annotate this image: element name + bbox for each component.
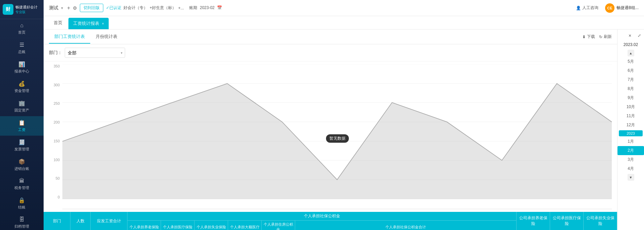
sidebar-nav: ⌂ 首页 ☰ 总账 📊 报表中心 💰 资金管理 🏢 固定资产 📋 工资 🧾 发票…	[0, 19, 44, 230]
sidebar-label-funds: 资金管理	[14, 88, 29, 93]
subtab-dept[interactable]: 部门工资统计表	[49, 30, 90, 44]
month-5[interactable]: 5月	[618, 57, 644, 66]
sidebar-item-salary[interactable]: 📋 工资	[0, 116, 44, 136]
subtab-month[interactable]: 月份统计表	[90, 30, 123, 44]
invoice-icon: 🧾	[18, 139, 25, 145]
app-name: 畅捷通好会计	[15, 5, 38, 9]
subtabs: 部门工资统计表 月份统计表	[49, 30, 123, 44]
tab-home[interactable]: 首页	[49, 17, 67, 29]
th-total-personal: 个人承担社保公积金合计	[295, 221, 517, 230]
sidebar-item-close[interactable]: 🔒 结账	[0, 194, 44, 213]
y-label-350: 350	[54, 64, 60, 68]
main-area: 测试 ▾ + ⚙ 切到旧版 ✓已认证 好会计（专） +好生意（标） +... 账…	[44, 0, 644, 230]
chart-y-axis: 350 300 250 200 150 100 50 0	[49, 64, 62, 199]
tab-salary-report[interactable]: 工资统计报表 ×	[68, 18, 109, 29]
sales-icon: 📦	[18, 158, 25, 165]
content-main: 部门工资统计表 月份统计表 ⬇ 下载 ↻ 刷新 部门：	[44, 30, 617, 230]
right-panel-top-buttons: × ⤢	[618, 31, 644, 40]
month-4[interactable]: 4月	[618, 164, 644, 173]
month-8[interactable]: 8月	[618, 84, 644, 93]
th-group-personal: 个人承担社保公积金 个人承担养老保险 个人承担医疗保险 个人承担失业保险 个人承…	[127, 212, 517, 230]
sidebar-label-archive: 归档管理	[14, 224, 29, 229]
sidebar-item-funds[interactable]: 💰 资金管理	[0, 77, 44, 97]
y-label-0: 0	[58, 195, 60, 199]
sidebar-item-ledger[interactable]: ☰ 总账	[0, 38, 44, 58]
sidebar-label-assets: 固定资产	[14, 108, 29, 113]
funds-icon: 💰	[18, 81, 25, 87]
support-button[interactable]: 👤 人工咨询	[576, 5, 598, 11]
download-icon: ⬇	[582, 35, 586, 39]
th-salary-total: 应发工资合计	[91, 212, 127, 230]
user-menu[interactable]: CE 畅捷通B组...	[605, 3, 639, 13]
filterbar: 部门： 全部 财务部 销售部 技术部 行政部 ▾	[44, 44, 617, 61]
sidebar-item-sales[interactable]: 📦 进销台账	[0, 155, 44, 175]
month-2-active[interactable]: 2月	[618, 146, 644, 155]
support-icon: 👤	[576, 6, 581, 10]
dept-filter-label: 部门：	[49, 50, 62, 56]
dept-filter-select[interactable]: 全部 财务部 销售部 技术部 行政部	[65, 48, 125, 58]
th-group-personal-children: 个人承担养老保险 个人承担医疗保险 个人承担失业保险 个人承担大额医疗 个人承担…	[127, 221, 517, 230]
th-unemployment-personal: 个人承担失业保险	[195, 221, 228, 230]
sidebar-item-invoice[interactable]: 🧾 发票管理	[0, 136, 44, 155]
y-label-100: 100	[54, 158, 60, 162]
tax-icon: 🏛	[19, 178, 24, 184]
add-project-icon[interactable]: +	[67, 5, 70, 11]
month-10[interactable]: 10月	[618, 102, 644, 111]
refresh-label: 刷新	[604, 34, 612, 40]
right-panel-close-icon[interactable]: ×	[627, 32, 633, 39]
th-medical-company: 公司承担医疗保险	[550, 212, 584, 230]
month-6[interactable]: 6月	[618, 66, 644, 75]
month-9[interactable]: 9月	[618, 93, 644, 102]
sidebar-item-assets[interactable]: 🏢 固定资产	[0, 97, 44, 116]
right-panel-date: 2023.02	[622, 40, 639, 49]
chart-container: 350 300 250 200 150 100 50 0	[49, 64, 612, 209]
sidebar-item-reports[interactable]: 📊 报表中心	[0, 58, 44, 77]
more-status: +...	[178, 6, 184, 10]
sidebar-label-sales: 进销台账	[14, 166, 29, 171]
chart-area: 350 300 250 200 150 100 50 0	[44, 61, 617, 212]
assets-icon: 🏢	[18, 100, 25, 106]
topbar: 测试 ▾ + ⚙ 切到旧版 ✓已认证 好会计（专） +好生意（标） +... 账…	[44, 0, 644, 16]
avatar: CE	[605, 3, 614, 13]
month-12[interactable]: 12月	[618, 121, 644, 130]
subtabbar: 部门工资统计表 月份统计表 ⬇ 下载 ↻ 刷新	[44, 30, 617, 44]
sidebar-item-home[interactable]: ⌂ 首页	[0, 19, 44, 38]
sidebar-label-invoice: 发票管理	[14, 147, 29, 152]
y-label-150: 150	[54, 139, 60, 143]
chart-svg-wrapper: 暂无数据	[62, 64, 612, 199]
right-panel-up-nav[interactable]: ▲	[628, 50, 634, 56]
archive-icon: 🗄	[19, 217, 24, 223]
sidebar-label-salary: 工资	[18, 127, 25, 132]
home-icon: ⌂	[20, 22, 23, 29]
year-2023: 2023	[619, 130, 643, 136]
good-accounting-status: 好会计（专）	[123, 5, 148, 11]
tab-close-icon[interactable]: ×	[102, 22, 104, 26]
table-header: 部门 人数 应发工资合计 个人承担社保公积金 个人承担养老保险 个人承担医疗保险	[44, 212, 617, 230]
y-label-250: 250	[54, 101, 60, 105]
calendar-icon[interactable]: 📅	[217, 5, 222, 10]
th-dept: 部门	[44, 212, 70, 230]
project-name: 测试	[49, 5, 58, 11]
refresh-button[interactable]: ↻ 刷新	[599, 34, 612, 40]
download-label: 下载	[587, 34, 595, 40]
month-3[interactable]: 3月	[618, 155, 644, 164]
th-unemployment-company: 公司承担失业保险	[584, 212, 617, 230]
settings-gear-icon[interactable]: ⚙	[73, 5, 77, 11]
sidebar-label-close: 结账	[18, 205, 25, 210]
download-button[interactable]: ⬇ 下载	[582, 34, 595, 40]
switch-old-version-button[interactable]: 切到旧版	[80, 4, 103, 12]
dropdown-arrow-icon[interactable]: ▾	[61, 6, 63, 10]
tab-home-label: 首页	[54, 20, 62, 26]
right-panel: × ⤢ 2023.02 ▲ 5月 6月 7月 8月 9月 10月 11月 12月…	[617, 30, 644, 230]
sidebar-item-archive[interactable]: 🗄 归档管理	[0, 213, 44, 230]
support-label: 人工咨询	[582, 5, 598, 11]
month-7[interactable]: 7月	[618, 75, 644, 84]
right-panel-maximize-icon[interactable]: ⤢	[636, 32, 643, 39]
month-1[interactable]: 1月	[618, 137, 644, 146]
sidebar-item-tax[interactable]: 🏛 税务管理	[0, 175, 44, 194]
ledger-icon: ☰	[19, 42, 24, 48]
right-panel-down-nav[interactable]: ▼	[628, 174, 634, 181]
month-11[interactable]: 11月	[618, 111, 644, 121]
sidebar-logo: 财 畅捷通好会计 专业版	[0, 0, 44, 19]
th-people: 人数	[70, 212, 91, 230]
